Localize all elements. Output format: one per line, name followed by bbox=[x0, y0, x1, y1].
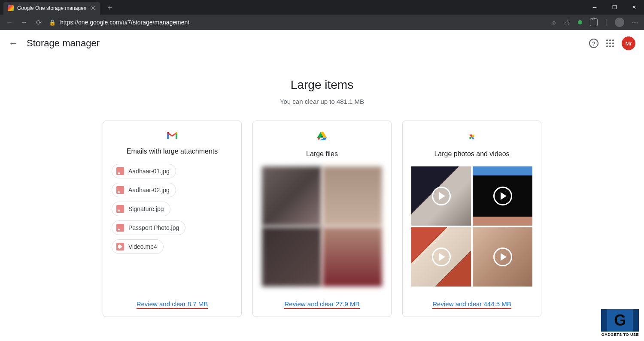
photos-icon bbox=[467, 132, 477, 142]
new-tab-button[interactable]: ＋ bbox=[104, 2, 115, 13]
drive-icon bbox=[317, 132, 327, 142]
play-icon bbox=[493, 247, 512, 266]
image-icon bbox=[116, 205, 124, 213]
close-tab-icon[interactable]: ✕ bbox=[91, 5, 96, 12]
video-icon bbox=[116, 243, 124, 250]
browser-chrome: Google One storage managem ✕ ＋ ─ ❐ ✕ ← →… bbox=[0, 0, 644, 30]
lock-icon: 🔒 bbox=[49, 19, 56, 26]
attachment-list: Aadhaar-01.jpg Aadhaar-02.jpg Signature.… bbox=[112, 164, 233, 254]
app-header: ← Storage manager ? Mr bbox=[0, 30, 644, 57]
image-icon bbox=[116, 186, 124, 194]
zoom-icon[interactable]: ⌕ bbox=[552, 18, 556, 26]
reload-button[interactable]: ⟳ bbox=[34, 18, 43, 27]
maximize-button[interactable]: ❐ bbox=[605, 0, 624, 14]
cards-row: Emails with large attachments Aadhaar-01… bbox=[103, 121, 541, 317]
photo-thumbnail bbox=[473, 227, 532, 287]
page-subheading: You can clear up to 481.1 MB bbox=[280, 98, 364, 105]
attachment-chip[interactable]: Signature.jpg bbox=[112, 202, 170, 216]
file-thumbnail bbox=[262, 166, 322, 226]
watermark-text: GADGETS TO USE bbox=[601, 332, 639, 337]
file-thumbnail bbox=[322, 166, 382, 226]
play-icon bbox=[432, 187, 451, 205]
file-thumbnail bbox=[262, 227, 322, 287]
play-icon bbox=[432, 247, 451, 266]
browser-profile-icon[interactable] bbox=[615, 18, 624, 27]
close-window-button[interactable]: ✕ bbox=[624, 0, 644, 14]
forward-button[interactable]: → bbox=[20, 18, 28, 26]
help-icon[interactable]: ? bbox=[589, 39, 598, 48]
attachment-chip[interactable]: Passport Photo.jpg bbox=[112, 220, 185, 235]
status-indicator-icon bbox=[578, 20, 582, 24]
minimize-button[interactable]: ─ bbox=[585, 0, 605, 14]
review-and-clear-link[interactable]: Review and clear 8.7 MB bbox=[137, 300, 208, 309]
browser-menu-icon[interactable]: ⋯ bbox=[632, 19, 639, 26]
url-text: https://one.google.com/u/7/storage/manag… bbox=[60, 19, 189, 26]
attachment-name: Aadhaar-01.jpg bbox=[128, 168, 170, 175]
account-avatar[interactable]: Mr bbox=[622, 36, 635, 50]
attachment-name: Passport Photo.jpg bbox=[128, 224, 179, 231]
favicon-icon bbox=[8, 5, 14, 11]
attachment-name: Aadhaar-02.jpg bbox=[128, 187, 170, 193]
tab-bar: Google One storage managem ✕ ＋ ─ ❐ ✕ bbox=[0, 0, 644, 15]
attachment-chip[interactable]: Aadhaar-01.jpg bbox=[112, 164, 176, 178]
attachment-name: Signature.jpg bbox=[128, 205, 164, 212]
review-and-clear-link[interactable]: Review and clear 27.9 MB bbox=[284, 300, 359, 309]
card-title: Large photos and videos bbox=[434, 150, 509, 158]
photos-grid[interactable] bbox=[411, 166, 532, 287]
back-arrow-icon[interactable]: ← bbox=[9, 38, 18, 49]
drive-file-grid[interactable] bbox=[262, 166, 382, 287]
file-thumbnail bbox=[322, 227, 382, 287]
page-heading: Large items bbox=[291, 78, 353, 92]
page-title: Storage manager bbox=[27, 38, 100, 49]
review-and-clear-link[interactable]: Review and clear 444.5 MB bbox=[432, 300, 511, 309]
browser-tab[interactable]: Google One storage managem ✕ bbox=[3, 2, 100, 15]
card-gmail: Emails with large attachments Aadhaar-01… bbox=[103, 121, 242, 317]
gmail-icon bbox=[167, 132, 177, 140]
card-drive: Large files Review and clear 27.9 MB bbox=[252, 121, 392, 317]
card-photos: Large photos and videos Review and clear… bbox=[402, 121, 541, 317]
photo-thumbnail bbox=[411, 227, 471, 287]
url-box[interactable]: 🔒 https://one.google.com/u/7/storage/man… bbox=[49, 19, 546, 26]
attachment-chip[interactable]: Video.mp4 bbox=[112, 239, 164, 254]
main-content: Large items You can clear up to 481.1 MB… bbox=[0, 57, 644, 317]
image-icon bbox=[116, 224, 124, 232]
photo-thumbnail bbox=[473, 166, 532, 226]
card-title: Emails with large attachments bbox=[127, 148, 218, 155]
watermark-logo: G bbox=[603, 309, 637, 332]
card-title: Large files bbox=[306, 150, 338, 158]
attachment-name: Video.mp4 bbox=[128, 243, 157, 250]
window-controls: ─ ❐ ✕ bbox=[585, 0, 644, 14]
favorite-icon[interactable]: ☆ bbox=[564, 18, 570, 27]
image-icon bbox=[116, 167, 124, 175]
photo-thumbnail bbox=[411, 166, 471, 226]
apps-grid-icon[interactable] bbox=[606, 39, 614, 47]
back-button[interactable]: ← bbox=[5, 18, 14, 26]
tab-title: Google One storage managem bbox=[17, 5, 87, 11]
watermark: G GADGETS TO USE bbox=[601, 309, 639, 337]
play-icon bbox=[493, 187, 512, 205]
extensions-icon[interactable] bbox=[590, 18, 598, 26]
address-bar: ← → ⟳ 🔒 https://one.google.com/u/7/stora… bbox=[0, 15, 644, 30]
attachment-chip[interactable]: Aadhaar-02.jpg bbox=[112, 183, 176, 197]
